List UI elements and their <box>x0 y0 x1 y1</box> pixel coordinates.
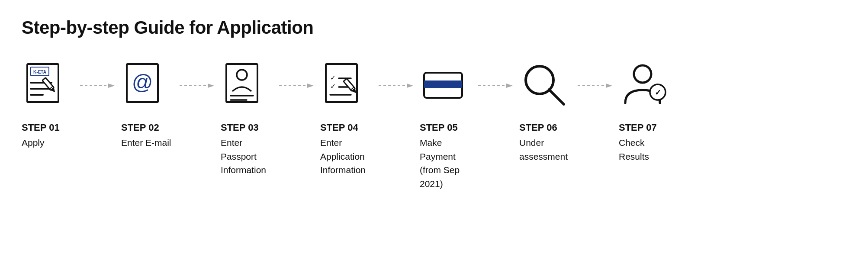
step-06-label: STEP 06 <box>519 122 557 133</box>
step-05-desc: MakePayment(from Sep2021) <box>420 136 460 190</box>
svg-text:✓: ✓ <box>330 83 336 90</box>
step-04-label: STEP 04 <box>320 122 358 133</box>
step-05-label: STEP 05 <box>420 122 458 133</box>
step-06-icon <box>519 60 571 112</box>
svg-marker-35 <box>506 84 513 88</box>
svg-point-40 <box>634 65 651 83</box>
svg-marker-39 <box>606 84 612 88</box>
step-05-icon <box>420 60 472 112</box>
step-02-desc: Enter E-mail <box>121 136 171 150</box>
step-07-desc: CheckResults <box>619 136 649 163</box>
step-01: K-ETA <box>22 60 121 150</box>
svg-text:@: @ <box>132 71 153 93</box>
step-06: STEP 06 Underassessment <box>519 60 619 163</box>
svg-marker-20 <box>307 84 314 88</box>
arrow-04 <box>372 81 420 90</box>
svg-line-37 <box>549 90 564 104</box>
page-title: Step-by-step Guide for Application <box>22 17 846 38</box>
svg-marker-31 <box>407 84 413 88</box>
arrow-05 <box>472 81 519 90</box>
svg-text:✓: ✓ <box>655 88 661 97</box>
step-04-icon: ✓ ✓ <box>320 60 372 112</box>
svg-marker-14 <box>208 84 214 88</box>
step-03-desc: EnterPassportInformation <box>221 136 266 177</box>
arrow-01 <box>74 81 121 90</box>
svg-text:K-ETA: K-ETA <box>33 70 46 74</box>
step-06-desc: Underassessment <box>519 136 568 163</box>
svg-text:✓: ✓ <box>330 74 336 81</box>
step-01-desc: Apply <box>22 136 45 150</box>
svg-marker-10 <box>108 84 115 88</box>
step-02-icon: @ <box>121 60 173 112</box>
arrow-06 <box>571 81 619 90</box>
step-03-label: STEP 03 <box>221 122 259 133</box>
step-07-icon: ✓ <box>619 60 671 112</box>
step-02: @ STEP 02 Enter E-mail <box>121 60 221 150</box>
step-03: STEP 03 EnterPassportInformation <box>221 60 320 177</box>
svg-rect-33 <box>424 80 462 88</box>
step-01-icon: K-ETA <box>22 60 74 112</box>
step-02-label: STEP 02 <box>121 122 159 133</box>
step-01-label: STEP 01 <box>22 122 60 133</box>
step-03-icon <box>221 60 273 112</box>
arrow-02 <box>173 81 221 90</box>
step-04-desc: EnterApplicationInformation <box>320 136 366 177</box>
step-04: ✓ ✓ ST <box>320 60 420 177</box>
step-05: STEP 05 MakePayment(from Sep2021) <box>420 60 519 190</box>
steps-container: K-ETA <box>22 60 846 190</box>
arrow-03 <box>273 81 320 90</box>
step-07-label: STEP 07 <box>619 122 657 133</box>
step-07: ✓ STEP 07 CheckResults <box>619 60 718 163</box>
